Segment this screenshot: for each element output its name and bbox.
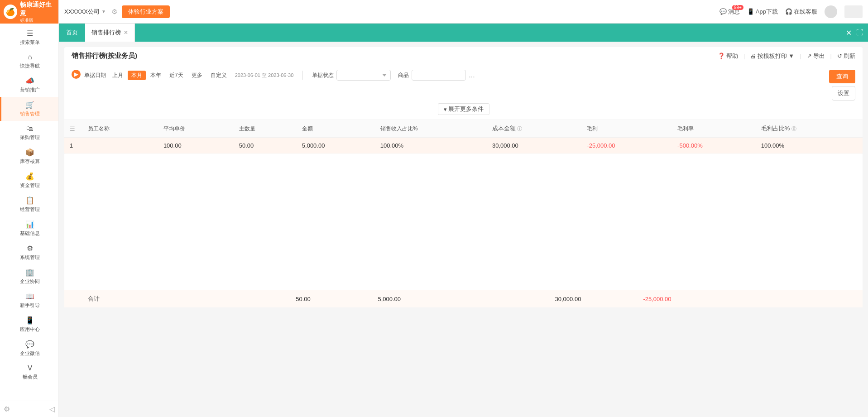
date-tab-more[interactable]: 更多 [188,71,206,80]
print-caret-icon: ▼ [788,53,794,59]
footer-label: 合计 [88,295,124,303]
date-tabs: 上月 本月 本年 近7天 更多 自定义 [109,71,230,80]
sidebar-label-shortcuts: 快捷导航 [20,62,40,69]
sidebar-item-member[interactable]: V 畅会员 [0,360,58,384]
topbar-gear-icon[interactable]: ⚙ [111,8,117,16]
online-service-button[interactable]: 🎧 在线客服 [785,8,817,16]
query-button[interactable]: 查询 [829,70,855,83]
filter-right-buttons: 查询 设置 [829,70,855,101]
table-header-row: ☰ 员工名称 平均单价 主数量 全额 销售收入占比% 成本全额 ⓘ 毛利 毛利率 [64,120,863,138]
main-area: XXXXXX公司 ▼ ⚙ 体验行业方案 💬 消息 99+ 📱 App下载 🎧 在… [59,0,868,417]
cell-quantity: 50.00 [234,138,297,154]
table-header: ☰ 员工名称 平均单价 主数量 全额 销售收入占比% 成本全额 ⓘ 毛利 毛利率 [64,120,863,138]
sidebar-settings-icon[interactable]: ⚙ [4,405,10,413]
tab-close-icon[interactable]: ✕ [124,29,128,36]
th-avg-price: 平均单价 [158,120,234,138]
table-footer: 合计 50.00 5,000.00 30,000.00 -25,000.00 [64,290,863,307]
base-icon: 📊 [25,220,34,229]
sidebar-label-wechat: 企业微信 [20,350,40,357]
sidebar-item-operations[interactable]: 📋 经营管理 [0,192,58,216]
export-button[interactable]: ↗ 导出 [807,52,825,60]
inventory-icon: 📦 [25,148,34,157]
sidebar-item-inventory[interactable]: 📦 库存核算 [0,144,58,168]
system-icon: ⚙ [27,244,33,253]
messages-button[interactable]: 💬 消息 99+ [719,8,740,16]
sidebar-label-marketing: 营销推广 [20,86,40,93]
sidebar-item-base[interactable]: 📊 基础信息 [0,216,58,240]
th-gross: 毛利 [581,120,672,138]
table-empty-space [64,154,863,290]
cell-amount: 5,000.00 [297,138,375,154]
status-filter-group: 单据状态 [312,70,391,81]
footer-gross: -25,000.00 [586,296,676,302]
sidebar-item-sales[interactable]: 🛒 销售管理 [0,97,58,121]
cost-info-icon[interactable]: ⓘ [517,125,522,132]
sidebar-item-wechat[interactable]: 💬 企业微信 [0,336,58,360]
th-settings[interactable]: ☰ [64,120,82,138]
user-avatar[interactable] [825,5,837,18]
page-title: 销售排行榜(按业务员) [72,52,137,60]
sidebar-label-inventory: 库存核算 [20,158,40,165]
filter-area: ▶ 单据日期 上月 本月 本年 近7天 更多 自定义 2023-06-01 至 … [64,65,863,101]
shortcuts-icon: ⌂ [28,53,32,61]
trial-button[interactable]: 体验行业方案 [122,5,170,18]
sidebar-item-search[interactable]: ☰ 搜索菜单 [0,25,58,49]
date-tab-last7[interactable]: 近7天 [166,71,187,80]
status-filter-label: 单据状态 [312,72,334,79]
sidebar-item-enterprise[interactable]: 🏢 企业协同 [0,264,58,288]
cell-name [82,138,158,154]
sidebar-collapse-icon[interactable]: ◁ [49,405,55,413]
company-selector[interactable]: XXXXXX公司 ▼ [64,8,106,16]
print-button[interactable]: 🖨 按模板打印 ▼ [750,52,794,60]
apps-icon: 📱 [25,316,34,325]
sidebar-item-marketing[interactable]: 📣 营销推广 [0,73,58,97]
sidebar-item-guide[interactable]: 📖 新手引导 [0,288,58,312]
status-filter-select[interactable] [336,70,391,81]
sidebar-item-purchase[interactable]: 🛍 采购管理 [0,121,58,144]
sidebar-logo-text: 畅康通好生意 标准版 [20,0,55,23]
tab-maximize-icon[interactable]: ⛶ [856,29,863,37]
settings-button[interactable]: 设置 [832,86,855,101]
th-gross-pct: 毛利占比% ⓢ [756,120,863,138]
goods-filter-input-wrap [412,70,466,81]
sidebar-label-enterprise: 企业协同 [20,278,40,285]
filter-collapse-icon[interactable]: ▶ [72,70,81,79]
tab-close-all-icon[interactable]: ✕ [846,29,852,37]
date-tab-last-month[interactable]: 上月 [109,71,127,80]
th-sales-pct: 销售收入占比% [375,120,487,138]
sidebar-item-system[interactable]: ⚙ 系统管理 [0,240,58,264]
sidebar-item-apps[interactable]: 📱 应用中心 [0,312,58,336]
sidebar-label-search: 搜索菜单 [20,39,40,46]
user-name[interactable] [844,5,863,18]
sidebar-item-shortcuts[interactable]: ⌂ 快捷导航 [0,49,58,73]
sidebar-label-purchase: 采购管理 [20,134,40,141]
date-range-display: 2023-06-01 至 2023-06-30 [235,72,294,79]
sidebar-label-operations: 经营管理 [20,206,40,213]
sidebar-item-finance[interactable]: 💰 资金管理 [0,168,58,192]
tab-home[interactable]: 首页 [59,24,85,42]
more-dots-icon[interactable]: ... [469,71,475,79]
refresh-button[interactable]: ↺ 刷新 [837,52,855,60]
footer-cost: 30,000.00 [496,296,586,302]
topbar-right: 💬 消息 99+ 📱 App下载 🎧 在线客服 [719,5,863,18]
phone-icon: 📱 [747,8,754,15]
content-area: 销售排行榜(按业务员) ❓ 帮助 | 🖨 按模板打印 ▼ | ↗ 导出 | [59,42,868,417]
th-gross-rate: 毛利率 [672,120,756,138]
expand-conditions-button[interactable]: ▾ 展开更多条件 [438,103,489,115]
date-tab-custom[interactable]: 自定义 [207,71,230,80]
th-settings-icon[interactable]: ☰ [70,125,75,132]
expand-icon: ▾ [444,106,447,113]
app-download-button[interactable]: 📱 App下载 [747,8,778,16]
marketing-icon: 📣 [25,77,34,85]
date-tab-this-year[interactable]: 本年 [147,71,165,80]
headset-icon: 🎧 [785,8,792,15]
date-tab-this-month[interactable]: 本月 [128,71,146,80]
help-button[interactable]: ❓ 帮助 [718,52,738,60]
gross-pct-info-icon[interactable]: ⓢ [791,125,796,132]
date-filter-label: 单据日期 [84,72,106,79]
guide-icon: 📖 [25,292,34,301]
th-name: 员工名称 [82,120,158,138]
tab-sales-ranking[interactable]: 销售排行榜 ✕ [85,24,135,42]
goods-filter-input[interactable] [416,72,461,78]
cell-rank: 1 [64,138,82,154]
